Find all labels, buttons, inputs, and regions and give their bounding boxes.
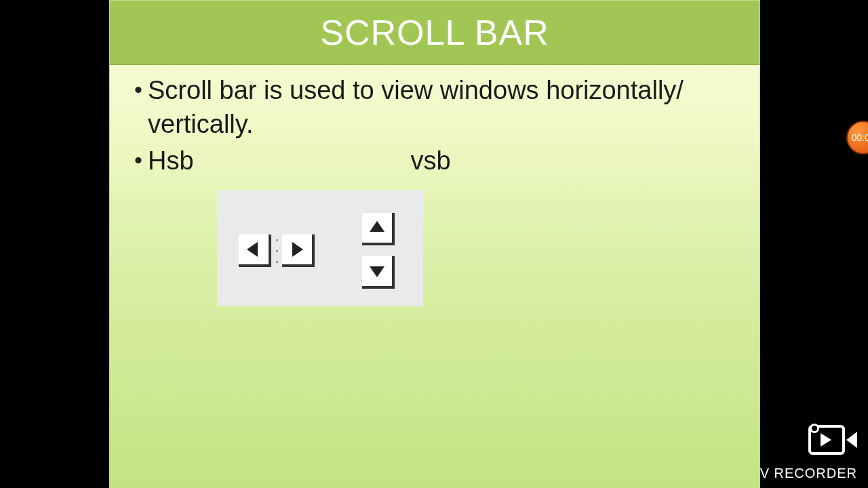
scrollbar-illustration	[217, 190, 423, 306]
vsb-label: vsb	[411, 146, 451, 175]
slide-title-bar: SCROLL BAR	[110, 1, 760, 65]
bullet-item: • Scroll bar is used to view windows hor…	[129, 73, 741, 141]
scroll-down-icon	[362, 256, 395, 289]
slide-title: SCROLL BAR	[320, 12, 549, 53]
scroll-up-icon	[362, 213, 395, 245]
separator-dots	[273, 235, 281, 267]
bullet-item: • Hsbvsb	[129, 144, 741, 178]
slide-content: • Scroll bar is used to view windows hor…	[110, 65, 760, 306]
hsb-label: Hsb	[148, 146, 194, 175]
presentation-slide: SCROLL BAR • Scroll bar is used to view …	[109, 0, 760, 488]
scroll-left-icon	[239, 235, 271, 267]
recorder-watermark: V RECORDER	[760, 425, 857, 481]
bullet-dot-icon: •	[129, 73, 148, 106]
scroll-right-icon	[282, 235, 315, 267]
recording-timer: 00:04	[851, 132, 868, 143]
recorder-camera-icon	[808, 425, 857, 459]
recording-timer-badge[interactable]: 00:04	[846, 121, 868, 155]
bullet-dot-icon: •	[129, 144, 148, 176]
bullet-text: Scroll bar is used to view windows horiz…	[148, 73, 741, 141]
recorder-brand-text: V RECORDER	[760, 466, 857, 481]
hsb-vsb-line: Hsbvsb	[148, 144, 451, 178]
